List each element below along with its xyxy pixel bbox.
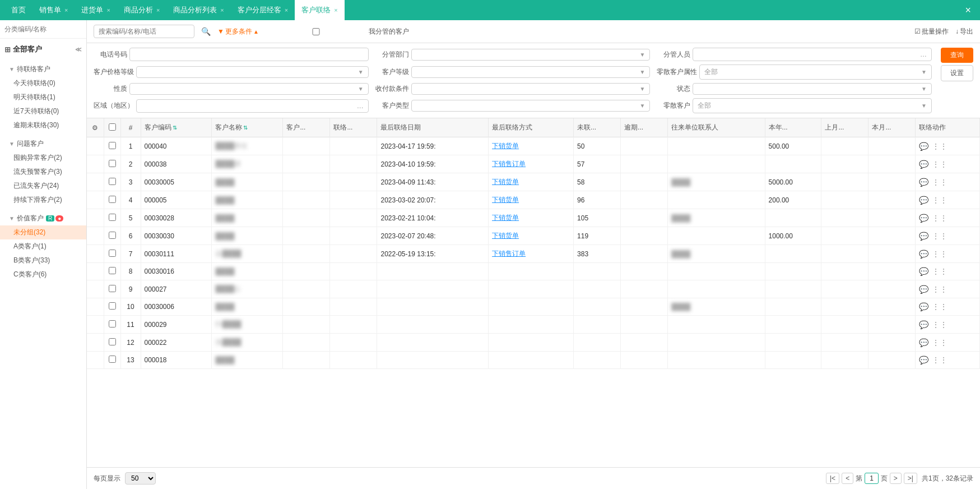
chat-icon[interactable]: 💬	[919, 142, 928, 151]
region-select[interactable]: …	[136, 99, 369, 113]
row-settings[interactable]	[87, 263, 104, 280]
search-input[interactable]	[94, 25, 194, 38]
row-settings[interactable]	[87, 209, 104, 227]
problem-customers-group[interactable]: ▼ 问题客户	[0, 137, 86, 151]
sidebar-item-declining[interactable]: 持续下滑客户(2)	[0, 193, 86, 207]
sidebar-item-c-class[interactable]: C类客户(6)	[0, 267, 86, 282]
row-checkbox[interactable]	[104, 280, 120, 298]
nav-home[interactable]: 首页	[4, 0, 32, 20]
more-icon[interactable]: ⋮⋮	[932, 178, 948, 187]
row-settings[interactable]	[87, 191, 104, 209]
sidebar-item-churned[interactable]: 已流失客户(24)	[0, 179, 86, 193]
next-page-button[interactable]: >	[890, 473, 902, 484]
sidebar-item-tomorrow[interactable]: 明天待联络(1)	[0, 90, 86, 104]
nav-customer-layer[interactable]: 客户分层经客 ×	[231, 0, 295, 20]
select-all-checkbox[interactable]	[109, 123, 116, 131]
more-icon[interactable]: ⋮⋮	[932, 320, 948, 329]
more-icon[interactable]: ⋮⋮	[932, 285, 948, 294]
chat-icon[interactable]: 💬	[919, 232, 928, 241]
retail-attr-select[interactable]: 全部 ▼	[699, 64, 932, 80]
search-button[interactable]: 🔍	[201, 27, 211, 36]
close-icon[interactable]: ×	[285, 7, 288, 13]
more-icon[interactable]: ⋮⋮	[932, 267, 948, 276]
row-checkbox[interactable]	[104, 227, 120, 245]
sidebar-item-7days[interactable]: 近7天待联络(0)	[0, 104, 86, 118]
row-settings[interactable]	[87, 137, 104, 155]
row-settings[interactable]	[87, 155, 104, 173]
more-icon[interactable]: ⋮⋮	[932, 232, 948, 241]
phone-input[interactable]	[129, 48, 369, 61]
row-settings[interactable]	[87, 352, 104, 369]
settings-col-header[interactable]: ⚙	[87, 118, 104, 137]
my-customers-checkbox[interactable]	[266, 28, 366, 35]
close-icon[interactable]: ×	[156, 7, 160, 13]
chat-icon[interactable]: 💬	[919, 214, 928, 223]
page-size-select[interactable]: 50 100 200	[125, 472, 156, 485]
row-checkbox[interactable]	[104, 209, 120, 227]
my-customers-checkbox-label[interactable]: 我分管的客户	[266, 27, 409, 36]
row-checkbox[interactable]	[104, 298, 120, 316]
col-customer-code[interactable]: 客户编码⇅	[141, 118, 212, 137]
chat-icon[interactable]: 💬	[919, 267, 928, 276]
row-settings[interactable]	[87, 280, 104, 298]
last-page-button[interactable]: >|	[904, 473, 917, 484]
nav-product-list[interactable]: 商品分析列表 ×	[166, 0, 230, 20]
row-settings[interactable]	[87, 334, 104, 352]
chat-icon[interactable]: 💬	[919, 302, 928, 311]
nav-purchase[interactable]: 进货单 ×	[75, 0, 117, 20]
sidebar-item-today[interactable]: 今天待联络(0)	[0, 76, 86, 90]
row-checkbox[interactable]	[104, 316, 120, 334]
retail-customer-select[interactable]: 全部 ▼	[693, 98, 932, 113]
payment-select[interactable]: ▼	[411, 83, 651, 95]
sidebar-item-a-class[interactable]: A类客户(1)	[0, 239, 86, 253]
first-page-button[interactable]: |<	[826, 473, 839, 484]
close-all-button[interactable]: ×	[960, 4, 976, 16]
chat-icon[interactable]: 💬	[919, 178, 928, 187]
sidebar-item-churn-warning[interactable]: 流失预警客户(3)	[0, 165, 86, 179]
chat-icon[interactable]: 💬	[919, 356, 928, 365]
customer-type-select[interactable]: ▼	[411, 100, 651, 112]
nav-customer-contact[interactable]: 客户联络 ×	[295, 0, 344, 20]
more-icon[interactable]: ⋮⋮	[932, 302, 948, 311]
chat-icon[interactable]: 💬	[919, 250, 928, 259]
row-settings[interactable]	[87, 298, 104, 316]
more-icon[interactable]: ⋮⋮	[932, 214, 948, 223]
row-settings[interactable]	[87, 316, 104, 334]
chat-icon[interactable]: 💬	[919, 320, 928, 329]
more-icon[interactable]: ⋮⋮	[932, 338, 948, 347]
export-button[interactable]: ↓ 导出	[955, 27, 973, 36]
chat-icon[interactable]: 💬	[919, 160, 928, 169]
more-icon[interactable]: ⋮⋮	[932, 160, 948, 169]
sidebar-search-bar[interactable]: 🔍	[0, 20, 86, 39]
manager-select[interactable]: …	[693, 48, 932, 61]
current-page-number[interactable]: 1	[865, 473, 879, 484]
score-customers-group[interactable]: ▼ 价值客户 R ●	[0, 211, 86, 225]
close-icon[interactable]: ×	[64, 7, 68, 13]
checkbox-col-header[interactable]	[104, 118, 120, 137]
more-icon[interactable]: ⋮⋮	[932, 250, 948, 259]
row-settings[interactable]	[87, 173, 104, 191]
row-checkbox[interactable]	[104, 155, 120, 173]
price-level-select[interactable]: ▼	[136, 66, 369, 78]
category-search-input[interactable]	[4, 25, 87, 33]
close-icon[interactable]: ×	[220, 7, 224, 13]
row-checkbox[interactable]	[104, 263, 120, 280]
batch-operation-button[interactable]: ☑ 批量操作	[914, 27, 949, 36]
status-select[interactable]: ▼	[693, 83, 932, 95]
reset-button[interactable]: 设置	[941, 65, 973, 81]
row-settings[interactable]	[87, 245, 104, 263]
row-checkbox[interactable]	[104, 352, 120, 369]
sidebar-item-b-class[interactable]: B类客户(33)	[0, 253, 86, 267]
sidebar-item-overdue[interactable]: 逾期未联络(30)	[0, 118, 86, 132]
customer-level-select[interactable]: ▼	[411, 66, 651, 78]
nature-select[interactable]: ▼	[129, 83, 369, 95]
pending-contact-group[interactable]: ▼ 待联络客户	[0, 62, 86, 76]
row-checkbox[interactable]	[104, 245, 120, 263]
query-button[interactable]: 查询	[941, 48, 973, 63]
row-settings[interactable]	[87, 227, 104, 245]
close-icon[interactable]: ×	[334, 7, 337, 13]
all-customers-title[interactable]: ⊞ 全部客户 ≪	[0, 41, 86, 58]
row-checkbox[interactable]	[104, 334, 120, 352]
col-customer-name[interactable]: 客户名称⇅	[212, 118, 283, 137]
chat-icon[interactable]: 💬	[919, 285, 928, 294]
